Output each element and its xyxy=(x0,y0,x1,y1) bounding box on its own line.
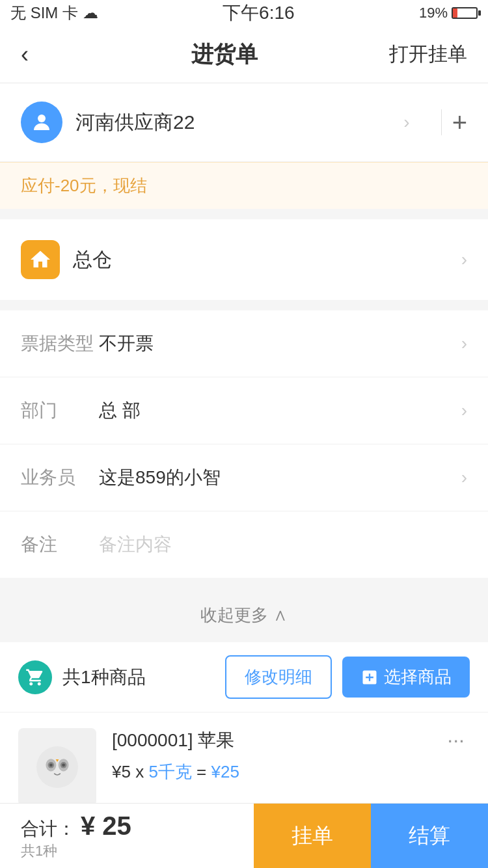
ticket-type-value: 不开票 xyxy=(99,331,461,356)
nav-bar: ‹ 进货单 打开挂单 xyxy=(0,26,488,83)
salesman-label: 业务员 xyxy=(21,465,99,490)
status-left: 无 SIM 卡 ☁ xyxy=(10,3,98,23)
multiply-sign: x xyxy=(135,762,148,781)
select-product-label: 选择商品 xyxy=(384,666,452,688)
product-count-icon xyxy=(18,660,52,694)
total-label: 合计： xyxy=(21,817,75,841)
product-thumbnail xyxy=(18,728,96,806)
status-right: 19% xyxy=(419,5,478,21)
ticket-type-row[interactable]: 票据类型 不开票 › xyxy=(0,310,488,377)
warehouse-icon xyxy=(21,240,60,279)
chevron-right-icon: › xyxy=(461,333,467,354)
department-label: 部门 xyxy=(21,398,99,423)
supplier-row[interactable]: 河南供应商22 › + xyxy=(0,83,488,162)
ticket-type-label: 票据类型 xyxy=(21,331,99,356)
product-title: 苹果 xyxy=(198,730,234,750)
chevron-right-icon: › xyxy=(461,249,467,270)
collapse-bar[interactable]: 收起更多 ∧ xyxy=(0,588,488,642)
product-name: [0000001] 苹果 xyxy=(112,728,442,753)
salesman-value: 这是859的小智 xyxy=(99,465,461,490)
select-product-button[interactable]: 选择商品 xyxy=(342,657,470,698)
hold-button[interactable]: 挂单 xyxy=(254,804,371,868)
chevron-right-icon: › xyxy=(461,400,467,421)
department-value: 总 部 xyxy=(99,398,461,423)
product-count-text: 共1种商品 xyxy=(62,665,225,690)
equals-sign: = xyxy=(197,762,211,781)
sim-status: 无 SIM 卡 ☁ xyxy=(10,3,98,23)
quantity: 5千克 xyxy=(148,762,191,781)
product-more-button[interactable]: ··· xyxy=(442,728,470,752)
edit-detail-button[interactable]: 修改明细 xyxy=(225,655,332,699)
note-label: 备注 xyxy=(21,532,99,557)
back-button[interactable]: ‹ xyxy=(21,41,60,68)
supplier-notice: 应付-20元，现结 xyxy=(0,162,488,209)
battery-icon xyxy=(452,7,478,19)
product-section-header: 共1种商品 修改明细 选择商品 xyxy=(0,642,488,712)
product-total: ¥25 xyxy=(211,762,239,781)
note-row[interactable]: 备注 备注内容 xyxy=(0,511,488,578)
supplier-name: 河南供应商22 xyxy=(75,109,403,136)
unit-price: ¥5 xyxy=(112,762,131,781)
footer-total: 合计： ¥ 25 共1种 xyxy=(0,804,254,868)
product-price: ¥5 x 5千克 = ¥25 xyxy=(112,761,442,783)
warehouse-row[interactable]: 总仓 › xyxy=(0,219,488,300)
total-main: 合计： ¥ 25 xyxy=(21,811,233,841)
content-area: 河南供应商22 › + 应付-20元，现结 总仓 › 票据类型 不开票 › xyxy=(0,83,488,868)
checkout-button[interactable]: 结算 xyxy=(371,804,488,868)
warehouse-name: 总仓 xyxy=(73,247,461,273)
footer: 合计： ¥ 25 共1种 挂单 结算 xyxy=(0,803,488,868)
supplier-avatar xyxy=(21,102,62,143)
note-input[interactable]: 备注内容 xyxy=(99,532,467,557)
status-time: 下午6:16 xyxy=(223,1,295,25)
form-section: 票据类型 不开票 › 部门 总 部 › 业务员 这是859的小智 › 备注 备注… xyxy=(0,310,488,578)
page-title: 进货单 xyxy=(191,40,258,70)
total-count: 共1种 xyxy=(21,841,233,861)
divider xyxy=(441,109,442,135)
add-supplier-button[interactable]: + xyxy=(452,108,467,137)
svg-point-6 xyxy=(49,763,53,766)
chevron-right-icon: › xyxy=(403,112,409,133)
chevron-right-icon: › xyxy=(461,467,467,488)
svg-point-1 xyxy=(36,746,78,788)
product-info: [0000001] 苹果 ¥5 x 5千克 = ¥25 xyxy=(112,728,442,783)
open-hold-button[interactable]: 打开挂单 xyxy=(389,41,467,68)
svg-point-0 xyxy=(38,115,46,122)
salesman-row[interactable]: 业务员 这是859的小智 › xyxy=(0,444,488,511)
svg-point-7 xyxy=(62,763,65,766)
supplier-section: 河南供应商22 › + 应付-20元，现结 xyxy=(0,83,488,209)
battery-text: 19% xyxy=(419,5,448,21)
status-bar: 无 SIM 卡 ☁ 下午6:16 19% xyxy=(0,0,488,26)
product-section: 共1种商品 修改明细 选择商品 xyxy=(0,642,488,822)
total-amount: ¥ 25 xyxy=(81,811,131,841)
department-row[interactable]: 部门 总 部 › xyxy=(0,377,488,444)
product-code: [0000001] xyxy=(112,730,193,750)
warehouse-section: 总仓 › xyxy=(0,219,488,300)
